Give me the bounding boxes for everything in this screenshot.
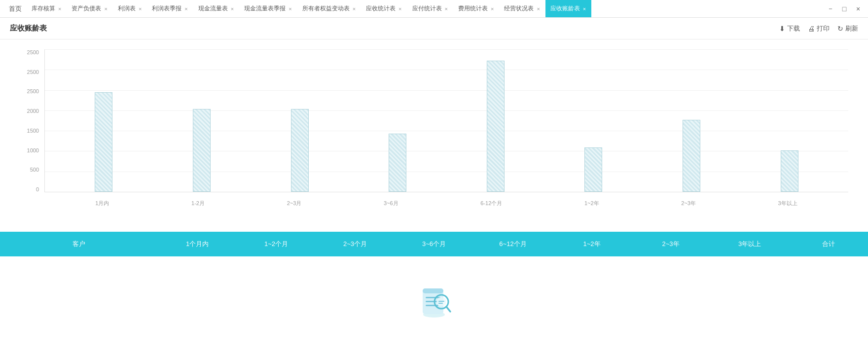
y-label-2000: 2000 xyxy=(27,108,39,114)
x-label-3plus-year: 3年以上 xyxy=(778,200,797,207)
tab-operations-label: 经营状况表 xyxy=(504,4,534,13)
tab-balance[interactable]: 资产负债表 × xyxy=(67,0,112,18)
bar-group-2-3month xyxy=(291,109,309,192)
tab-cashflow-quarterly[interactable]: 现金流量表季报 × xyxy=(239,0,297,18)
tab-operations[interactable]: 经营状况表 × xyxy=(499,0,545,18)
minimize-button[interactable]: － xyxy=(825,3,836,15)
bar-group-2-3year xyxy=(683,120,700,192)
bar-3plus-year xyxy=(781,150,798,192)
download-icon: ⬇ xyxy=(779,25,785,33)
tab-ar-stats[interactable]: 应收统计表 × xyxy=(361,0,407,18)
tab-inventory-close[interactable]: × xyxy=(58,6,61,12)
bar-group-6-12month xyxy=(487,61,505,192)
maximize-button[interactable]: □ xyxy=(838,3,850,15)
svg-rect-9 xyxy=(438,301,444,302)
y-label-2500-2: 2500 xyxy=(27,69,39,75)
page-actions: ⬇ 下载 🖨 打印 ↻ 刷新 xyxy=(779,24,858,33)
x-label-1-2year: 1~2年 xyxy=(584,200,599,207)
tab-cashflow-label: 现金流量表 xyxy=(198,4,228,13)
x-axis: 1月内 1-2月 2~3月 3~6月 6-12个月 1~2年 2~3年 3年以上 xyxy=(44,200,848,207)
chart-body xyxy=(44,49,848,192)
th-2-3month: 2~3个月 xyxy=(316,240,395,248)
tab-expense-stats-label: 费用统计表 xyxy=(458,4,488,13)
x-label-1-2month: 1-2月 xyxy=(191,200,205,207)
refresh-button[interactable]: ↻ 刷新 xyxy=(837,24,858,33)
tab-profit-quarterly-label: 利润表季报 xyxy=(152,4,181,13)
th-customer: 客户 xyxy=(0,240,158,248)
bar-1-2month xyxy=(193,109,211,192)
tab-ar-stats-close[interactable]: × xyxy=(398,6,401,12)
bars-row xyxy=(45,49,848,192)
tab-inventory[interactable]: 库存核算 × xyxy=(27,0,67,18)
th-1-2year: 1~2年 xyxy=(552,240,631,248)
th-6-12month: 6~12个月 xyxy=(473,240,552,248)
bar-group-1-2month xyxy=(193,109,211,192)
x-label-1month: 1月内 xyxy=(95,200,109,207)
tab-equity-close[interactable]: × xyxy=(353,6,356,12)
tab-cashflow-quarterly-label: 现金流量表季报 xyxy=(244,4,286,13)
tab-balance-close[interactable]: × xyxy=(104,6,107,12)
bar-1-2year xyxy=(584,147,602,192)
y-label-2500-3: 2500 xyxy=(27,88,39,94)
tab-ap-stats[interactable]: 应付统计表 × xyxy=(407,0,453,18)
th-1month: 1个月内 xyxy=(158,240,237,248)
y-label-1000: 1000 xyxy=(27,147,39,153)
y-label-1500: 1500 xyxy=(27,128,39,134)
bar-group-3-6month xyxy=(389,134,406,192)
window-actions: － □ × xyxy=(825,3,864,15)
chart-y-axis: 2500 2500 2500 2000 1500 1000 500 0 xyxy=(20,49,42,192)
tab-expense-stats-close[interactable]: × xyxy=(491,6,494,12)
refresh-icon: ↻ xyxy=(837,25,843,33)
tab-ar-aging-close[interactable]: × xyxy=(583,6,586,12)
bar-group-3plus-year xyxy=(781,150,798,192)
tab-profit[interactable]: 利润表 × xyxy=(113,0,147,18)
th-3-6month: 3~6个月 xyxy=(395,240,473,248)
tab-equity[interactable]: 所有者权益变动表 × xyxy=(297,0,361,18)
table-header: 客户 1个月内 1~2个月 2~3个月 3~6个月 6~12个月 1~2年 2~… xyxy=(0,232,868,256)
tab-cashflow-close[interactable]: × xyxy=(231,6,234,12)
y-label-0: 0 xyxy=(36,186,39,192)
download-button[interactable]: ⬇ 下载 xyxy=(779,24,800,33)
y-label-500: 500 xyxy=(30,167,39,173)
tab-home[interactable]: 首页 xyxy=(4,0,27,18)
print-label: 打印 xyxy=(817,24,830,33)
chart-area: 2500 2500 2500 2000 1500 1000 500 0 xyxy=(0,39,868,232)
print-button[interactable]: 🖨 打印 xyxy=(808,24,830,33)
tab-ar-aging[interactable]: 应收账龄表 × xyxy=(545,0,591,18)
tab-profit-quarterly[interactable]: 利润表季报 × xyxy=(147,0,193,18)
tab-profit-close[interactable]: × xyxy=(139,6,142,12)
tab-profit-label: 利润表 xyxy=(118,4,136,13)
tab-ap-stats-label: 应付统计表 xyxy=(412,4,442,13)
x-label-2-3month: 2~3月 xyxy=(287,200,302,207)
bar-group-1-2year xyxy=(584,147,602,192)
th-total: 合计 xyxy=(789,240,868,248)
th-2-3year: 2~3年 xyxy=(631,240,710,248)
page-title: 应收账龄表 xyxy=(10,24,47,33)
print-icon: 🖨 xyxy=(808,25,815,33)
refresh-label: 刷新 xyxy=(845,24,858,33)
tab-cashflow-quarterly-close[interactable]: × xyxy=(289,6,291,12)
chart-container: 2500 2500 2500 2000 1500 1000 500 0 xyxy=(20,49,848,207)
x-label-2-3year: 2~3年 xyxy=(681,200,696,207)
svg-line-8 xyxy=(446,307,450,312)
close-button[interactable]: × xyxy=(852,3,864,15)
y-label-2500-top: 2500 xyxy=(27,49,39,55)
th-1-2month: 1~2个月 xyxy=(237,240,316,248)
tab-cashflow[interactable]: 现金流量表 × xyxy=(193,0,239,18)
page-header: 应收账龄表 ⬇ 下载 🖨 打印 ↻ 刷新 xyxy=(0,18,868,39)
tab-balance-label: 资产负债表 xyxy=(72,4,101,13)
tab-ap-stats-close[interactable]: × xyxy=(445,6,448,12)
main-content: 2500 2500 2500 2000 1500 1000 500 0 xyxy=(0,39,868,355)
tab-ar-stats-label: 应收统计表 xyxy=(366,4,396,13)
bar-2-3month xyxy=(291,109,309,192)
svg-rect-4 xyxy=(426,301,437,302)
tab-expense-stats[interactable]: 费用统计表 × xyxy=(453,0,499,18)
tab-bar: 首页 库存核算 × 资产负债表 × 利润表 × 利润表季报 × 现金流量表 × … xyxy=(0,0,868,18)
empty-state-icon xyxy=(412,276,456,320)
bar-6-12month xyxy=(487,61,505,192)
tab-inventory-label: 库存核算 xyxy=(32,4,55,13)
tab-ar-aging-label: 应收账龄表 xyxy=(550,4,580,13)
svg-rect-10 xyxy=(438,303,443,304)
tab-profit-quarterly-close[interactable]: × xyxy=(184,6,187,12)
tab-operations-close[interactable]: × xyxy=(537,6,540,12)
